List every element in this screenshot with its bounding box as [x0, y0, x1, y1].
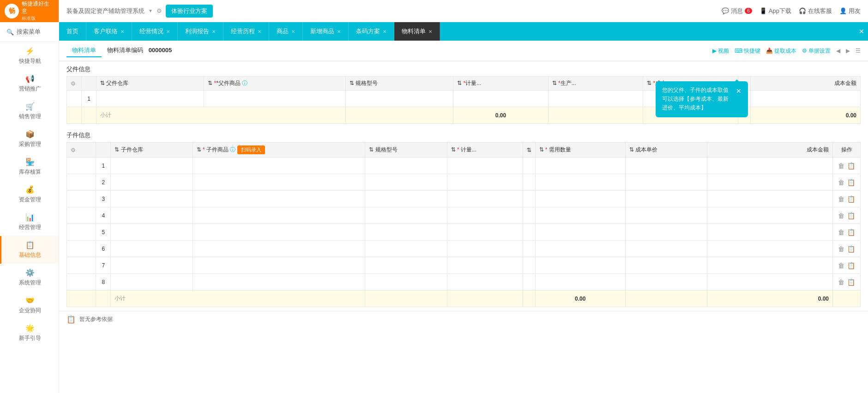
nav-expand-icon[interactable]: ☰ [856, 48, 861, 54]
sub-tab-bom-code[interactable]: 物料清单编码 0000005 [102, 44, 177, 57]
child-spec-cell[interactable] [365, 174, 447, 191]
tab-history[interactable]: 经营历程 ✕ [223, 22, 269, 41]
user-button[interactable]: 👤 用友 [839, 7, 861, 15]
child-qty-cell[interactable] [535, 191, 625, 207]
copy-icon[interactable]: 📋 [847, 262, 855, 269]
parent-gear-icon[interactable]: ⚙ [71, 80, 76, 87]
tab-close-icon[interactable]: ✕ [166, 29, 170, 34]
child-spec-cell[interactable] [365, 224, 447, 241]
nav-next-icon[interactable]: ▶ [846, 48, 850, 54]
child-unit-cell[interactable] [447, 257, 523, 274]
tab-barcode[interactable]: 条码方案 ✕ [349, 22, 394, 41]
extract-cost-link[interactable]: 📥 提取成本 [766, 47, 796, 55]
tab-close-icon[interactable]: ✕ [337, 29, 341, 34]
trial-button[interactable]: 体验行业方案 [166, 5, 213, 18]
child-qty-cell[interactable] [535, 157, 625, 174]
single-settings-link[interactable]: ⚙ 单据设置 [802, 47, 831, 55]
child-spec-cell[interactable] [365, 241, 447, 257]
child-qty-cell[interactable] [535, 174, 625, 191]
child-warehouse-cell[interactable] [111, 241, 193, 257]
child-qty-cell[interactable] [535, 274, 625, 290]
child-warehouse-cell[interactable] [111, 157, 193, 174]
child-product-cell[interactable] [193, 207, 365, 224]
child-qty-cell[interactable] [535, 207, 625, 224]
child-warehouse-cell[interactable] [111, 257, 193, 274]
search-menu-button[interactable]: 🔍 搜索菜单 [4, 26, 55, 38]
tab-profit[interactable]: 利润报告 ✕ [178, 22, 223, 41]
child-unit-cost-cell[interactable] [625, 257, 707, 274]
child-unit-cost-cell[interactable] [625, 274, 707, 290]
delete-icon[interactable]: 🗑 [838, 212, 844, 219]
copy-icon[interactable]: 📋 [847, 245, 855, 253]
child-unit-cell[interactable] [447, 207, 523, 224]
child-unit-cost-cell[interactable] [625, 224, 707, 241]
delete-icon[interactable]: 🗑 [838, 179, 844, 186]
child-qty-cell[interactable] [535, 224, 625, 241]
child-product-cell[interactable] [193, 224, 365, 241]
child-warehouse-cell[interactable] [111, 174, 193, 191]
tab-operations[interactable]: 经营情况 ✕ [132, 22, 178, 41]
tab-customer[interactable]: 客户联络 ✕ [86, 22, 132, 41]
sidebar-item-operations[interactable]: 📊 经营管理 [0, 208, 59, 236]
child-qty-cell[interactable] [535, 241, 625, 257]
parent-spec-cell[interactable] [345, 91, 453, 107]
child-spec-cell[interactable] [365, 191, 447, 207]
child-qty-cell[interactable] [535, 257, 625, 274]
child-spec-cell[interactable] [365, 157, 447, 174]
copy-icon[interactable]: 📋 [847, 229, 855, 236]
sidebar-item-inventory[interactable]: 🏪 库存核算 [0, 153, 59, 181]
delete-icon[interactable]: 🗑 [838, 262, 844, 269]
copy-icon[interactable]: 📋 [847, 179, 855, 186]
sidebar-item-purchase[interactable]: 📦 采购管理 [0, 125, 59, 153]
tab-close-icon[interactable]: ✕ [383, 29, 386, 34]
delete-icon[interactable]: 🗑 [838, 162, 844, 169]
child-unit-cell[interactable] [447, 241, 523, 257]
copy-icon[interactable]: 📋 [847, 212, 855, 219]
child-warehouse-cell[interactable] [111, 207, 193, 224]
sidebar-item-enterprise[interactable]: 🤝 企业协同 [0, 291, 59, 319]
child-spec-cell[interactable] [365, 257, 447, 274]
nav-prev-icon[interactable]: ◀ [836, 48, 840, 54]
global-close-icon[interactable]: ✕ [859, 28, 864, 35]
parent-unit-cell[interactable] [453, 91, 549, 107]
tab-close-icon[interactable]: ✕ [121, 29, 124, 34]
child-product-cell[interactable] [193, 191, 365, 207]
tab-home[interactable]: 首页 [59, 22, 86, 41]
child-unit-cell[interactable] [447, 274, 523, 290]
child-product-cell[interactable] [193, 174, 365, 191]
child-spec-cell[interactable] [365, 274, 447, 290]
sidebar-item-sales[interactable]: 🛒 销售管理 [0, 97, 59, 125]
child-unit-cost-cell[interactable] [625, 157, 707, 174]
child-unit-cell[interactable] [447, 157, 523, 174]
child-unit-cost-cell[interactable] [625, 174, 707, 191]
view-video-link[interactable]: ▶ 视频 [712, 47, 729, 55]
tab-close-icon[interactable]: ✕ [212, 29, 216, 34]
delete-icon[interactable]: 🗑 [838, 245, 844, 253]
child-product-cell[interactable] [193, 257, 365, 274]
sidebar-item-finance[interactable]: 💰 资金管理 [0, 181, 59, 208]
child-product-cell[interactable] [193, 157, 365, 174]
parent-product-cell[interactable] [204, 91, 346, 107]
sub-tab-bom[interactable]: 物料清单 [66, 44, 102, 57]
delete-icon[interactable]: 🗑 [838, 195, 844, 203]
sidebar-search[interactable]: 🔍 搜索菜单 [0, 22, 59, 42]
copy-icon[interactable]: 📋 [847, 278, 855, 286]
online-service-button[interactable]: 🎧 在线客服 [799, 7, 832, 15]
child-unit-cell[interactable] [447, 191, 523, 207]
child-unit-cost-cell[interactable] [625, 191, 707, 207]
delete-icon[interactable]: 🗑 [838, 278, 844, 286]
sidebar-item-basic-info[interactable]: 📋 基础信息 [0, 236, 59, 264]
app-download-button[interactable]: 📱 App下载 [760, 7, 791, 15]
shortcut-link[interactable]: ⌨ 快捷键 [735, 47, 760, 55]
messages-button[interactable]: 💬 消息 6 [722, 7, 752, 15]
sidebar-item-guide[interactable]: 🌟 新手引导 [0, 319, 59, 347]
child-warehouse-cell[interactable] [111, 224, 193, 241]
child-unit-cost-cell[interactable] [625, 207, 707, 224]
tab-close-icon[interactable]: ✕ [428, 29, 432, 34]
sidebar-item-marketing[interactable]: 📢 营销推广 [0, 70, 59, 97]
tab-close-icon[interactable]: ✕ [258, 29, 261, 34]
tab-goods[interactable]: 商品 ✕ [269, 22, 303, 41]
copy-icon[interactable]: 📋 [847, 195, 855, 203]
child-gear-icon[interactable]: ⚙ [71, 147, 76, 153]
tab-bom[interactable]: 物料清单 ✕ [394, 22, 440, 41]
